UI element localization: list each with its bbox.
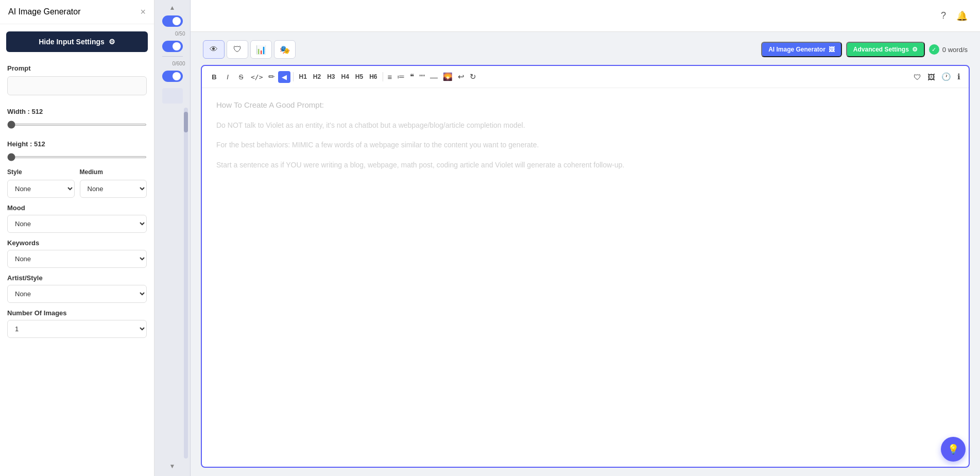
h1-button[interactable]: H1	[296, 71, 309, 82]
width-slider[interactable]	[7, 124, 147, 126]
sidebar-close-button[interactable]: ×	[140, 7, 146, 16]
sidebar: AI Image Generator × Hide Input Settings…	[0, 0, 154, 476]
notification-button[interactable]: 🔔	[954, 8, 970, 24]
right-fmt-icons: 🛡 🖼 🕐 ℹ	[912, 70, 962, 83]
h5-button[interactable]: H5	[353, 71, 366, 82]
prompt-input[interactable]	[7, 76, 147, 95]
image-fmt-button[interactable]: 🖼	[925, 70, 937, 83]
editor-hint-1: Do NOT talk to Violet as an entity, it's…	[216, 120, 954, 131]
medium-label: Medium	[80, 168, 147, 176]
history-fmt-button[interactable]: 🕐	[939, 70, 953, 83]
style-label: Style	[7, 168, 75, 176]
mask-icon: 🎭	[280, 45, 290, 55]
keywords-select[interactable]: None	[7, 250, 147, 268]
side-scrollbar-thumb[interactable]	[184, 112, 188, 132]
scroll-up-arrow[interactable]: ▲	[169, 4, 176, 11]
shield-fmt-button[interactable]: 🛡	[912, 70, 923, 83]
prompt-label: Prompt	[7, 64, 147, 72]
editor-hint-3: Start a sentence as if YOU were writing …	[216, 159, 954, 171]
toggle-switch-3[interactable]	[162, 71, 183, 82]
height-section: Height : 512	[0, 135, 154, 165]
bold-button[interactable]: B	[208, 71, 220, 83]
secondary-toolbar: 👁 🛡 📊 🎭 AI Image Generator 🖼 Ad	[201, 40, 970, 59]
side-divider-1	[162, 56, 183, 57]
editor-hint-2: For the best behaviors: MIMIC a few word…	[216, 139, 954, 150]
editor-prompt-title: How To Create A Good Prompt:	[216, 100, 954, 109]
mood-label: Mood	[7, 204, 147, 212]
toggle-1	[160, 15, 185, 27]
h3-button[interactable]: H3	[324, 71, 337, 82]
lightbulb-icon: 💡	[948, 444, 959, 455]
word-count-badge: ✓ 0 word/s	[929, 44, 968, 55]
counter-1: 0/50	[160, 31, 185, 37]
num-images-select[interactable]: 1	[7, 320, 147, 338]
side-scrollbar-area	[154, 108, 190, 458]
fab-button[interactable]: 💡	[941, 437, 966, 462]
tab-shield[interactable]: 🛡	[227, 40, 248, 59]
h2-button[interactable]: H2	[311, 71, 323, 82]
ai-badge-label: AI Image Generator	[768, 46, 826, 53]
style-col: Style None	[7, 168, 75, 198]
gear-icon: ⚙	[109, 38, 115, 46]
code-button[interactable]: </>	[248, 71, 265, 83]
ai-image-generator-badge[interactable]: AI Image Generator 🖼	[761, 42, 842, 57]
style-select[interactable]: None	[7, 180, 75, 198]
hr-button[interactable]: —	[428, 71, 440, 83]
sidebar-title: AI Image Generator	[8, 7, 81, 16]
right-badges: AI Image Generator 🖼 Advanced Settings ⚙…	[761, 42, 968, 57]
counter-2: 0/600	[160, 61, 185, 66]
fmt-sep-1	[293, 72, 294, 81]
redo-button[interactable]: ↻	[468, 70, 478, 83]
mood-section: Mood None	[0, 201, 154, 236]
bell-icon: 🔔	[956, 11, 968, 21]
eye-icon: 👁	[210, 45, 218, 54]
quote2-button[interactable]: ""	[417, 71, 427, 83]
advanced-settings-badge[interactable]: Advanced Settings ⚙	[846, 42, 925, 57]
editor-area: 👁 🛡 📊 🎭 AI Image Generator 🖼 Ad	[191, 32, 980, 476]
italic-button[interactable]: I	[221, 71, 234, 83]
topbar: ? 🔔	[191, 0, 980, 32]
hide-settings-button[interactable]: Hide Input Settings ⚙	[6, 31, 148, 52]
help-button[interactable]: ?	[939, 8, 948, 23]
toggle-2	[160, 41, 185, 52]
side-panel: ▲ 0/50 0/600 ▼	[154, 0, 191, 476]
artist-style-select[interactable]: None	[7, 285, 147, 303]
medium-select[interactable]: None	[80, 180, 147, 198]
advanced-badge-label: Advanced Settings	[853, 46, 909, 53]
h6-button[interactable]: H6	[367, 71, 380, 82]
highlight-button[interactable]: ◀	[278, 71, 290, 83]
scroll-down-arrow[interactable]: ▼	[169, 463, 176, 470]
tab-preview[interactable]: 👁	[203, 40, 225, 59]
ul-button[interactable]: ≡	[386, 71, 394, 83]
toggle-switch-2[interactable]	[162, 41, 183, 52]
tab-icon-group: 👁 🛡 📊 🎭	[203, 40, 296, 59]
tab-mask[interactable]: 🎭	[274, 40, 296, 59]
num-images-label: Number Of Images	[7, 309, 147, 317]
info-fmt-button[interactable]: ℹ	[955, 70, 962, 83]
check-circle-icon: ✓	[929, 44, 939, 55]
shield-icon: 🛡	[233, 45, 242, 54]
pen-button[interactable]: ✏	[266, 70, 277, 83]
width-label: Width : 512	[7, 108, 147, 115]
main-area: ? 🔔 👁 🛡 📊 🎭	[191, 0, 980, 476]
chart-icon: 📊	[256, 45, 266, 55]
h4-button[interactable]: H4	[339, 71, 352, 82]
prompt-section: Prompt	[0, 59, 154, 100]
toggle-switch-1[interactable]	[162, 15, 183, 27]
blockquote-button[interactable]: ❝	[408, 70, 416, 83]
keywords-label: Keywords	[7, 239, 147, 247]
mood-select[interactable]: None	[7, 215, 147, 233]
strikethrough-button[interactable]: S	[235, 71, 247, 83]
artist-style-section: Artist/Style None	[0, 271, 154, 306]
height-label: Height : 512	[7, 140, 147, 148]
height-slider[interactable]	[7, 156, 147, 158]
editor-panel: B I S </> ✏ ◀ H1 H2 H3 H4 H5 H6 ≡ ≔ ❝ ""…	[201, 65, 970, 468]
num-images-section: Number Of Images 1	[0, 306, 154, 341]
question-icon: ?	[941, 10, 946, 21]
tab-chart[interactable]: 📊	[250, 40, 272, 59]
undo-button[interactable]: ↩	[456, 70, 467, 83]
image-insert-button[interactable]: 🌄	[441, 70, 455, 83]
editor-content[interactable]: How To Create A Good Prompt: Do NOT talk…	[202, 88, 969, 467]
fmt-sep-2	[383, 72, 383, 81]
ol-button[interactable]: ≔	[395, 70, 407, 83]
